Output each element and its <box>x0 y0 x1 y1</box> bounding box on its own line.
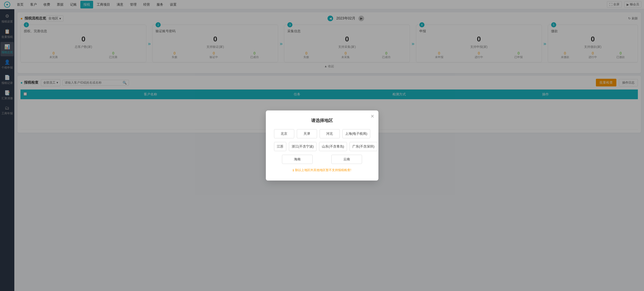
region-beijing[interactable]: 北京 <box>274 129 294 138</box>
region-shandong[interactable]: 山东(不含青岛) <box>319 142 347 151</box>
region-hainan[interactable]: 海南 <box>282 155 313 164</box>
region-guangdong[interactable]: 广东(不含深圳) <box>350 142 377 151</box>
region-grid-bottom: 海南 云南 <box>274 155 370 164</box>
region-jiangsu[interactable]: 江苏 <box>274 142 286 151</box>
region-tianjin[interactable]: 天津 <box>297 129 317 138</box>
modal-title: 请选择地区 <box>274 118 370 124</box>
warning-icon: ℹ <box>293 169 294 172</box>
region-yunnan[interactable]: 云南 <box>331 155 362 164</box>
modal-close-button[interactable]: ✕ <box>370 114 374 119</box>
modal-overlay[interactable]: ✕ 请选择地区 北京 天津 河北 上海(电子税局) 江苏 浙江(不含宁波) 山东… <box>0 0 644 291</box>
region-select-modal: ✕ 请选择地区 北京 天津 河北 上海(电子税局) 江苏 浙江(不含宁波) 山东… <box>266 110 378 181</box>
region-grid-middle: 江苏 浙江(不含宁波) 山东(不含青岛) 广东(不含深圳) <box>274 142 370 151</box>
region-grid-top: 北京 天津 河北 上海(电子税局) <box>274 129 370 138</box>
region-hebei[interactable]: 河北 <box>320 129 340 138</box>
region-shanghai[interactable]: 上海(电子税局) <box>342 129 370 138</box>
region-warning: ℹ 除以上地区外其他地区暂不支持报税检查! <box>274 168 370 172</box>
region-zhejiang[interactable]: 浙江(不含宁波) <box>289 142 317 151</box>
